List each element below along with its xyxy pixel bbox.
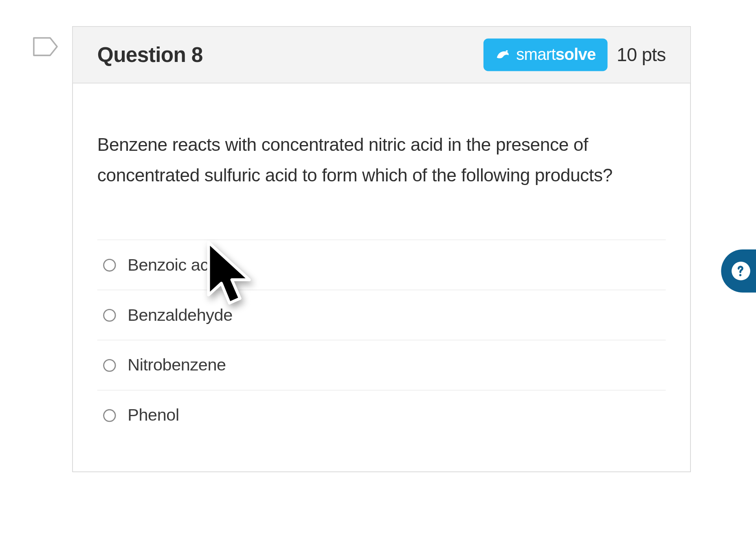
question-prompt: Benzene reacts with concentrated nitric … (97, 130, 666, 191)
answer-label: Nitrobenzene (127, 356, 226, 375)
dolphin-icon (495, 47, 510, 62)
answer-option[interactable]: Benzoic acid (97, 240, 666, 290)
points-label: 10 pts (617, 44, 666, 66)
help-tab-button[interactable] (721, 249, 756, 293)
bookmark-flag-icon[interactable] (33, 37, 58, 57)
header-right: smartsolve 10 pts (483, 38, 666, 71)
smartsolve-button[interactable]: smartsolve (483, 38, 607, 71)
question-mark-icon (732, 262, 750, 280)
radio-icon (103, 409, 116, 421)
question-title: Question 8 (97, 42, 203, 67)
answer-option[interactable]: Phenol (97, 390, 666, 437)
question-card: Question 8 smartsolve 10 pts Benzene rea… (72, 26, 691, 472)
answer-option[interactable]: Nitrobenzene (97, 340, 666, 390)
question-header: Question 8 smartsolve 10 pts (73, 27, 690, 84)
smartsolve-label: smartsolve (516, 46, 596, 64)
answer-label: Benzoic acid (127, 256, 221, 275)
question-body: Benzene reacts with concentrated nitric … (73, 83, 690, 472)
radio-icon (103, 258, 116, 271)
radio-icon (103, 359, 116, 371)
radio-icon (103, 309, 116, 321)
answers-list: Benzoic acid Benzaldehyde Nitrobenzene P… (97, 240, 666, 437)
answer-label: Phenol (127, 406, 179, 425)
svg-point-0 (739, 274, 741, 276)
answer-option[interactable]: Benzaldehyde (97, 290, 666, 340)
answer-label: Benzaldehyde (127, 306, 233, 325)
